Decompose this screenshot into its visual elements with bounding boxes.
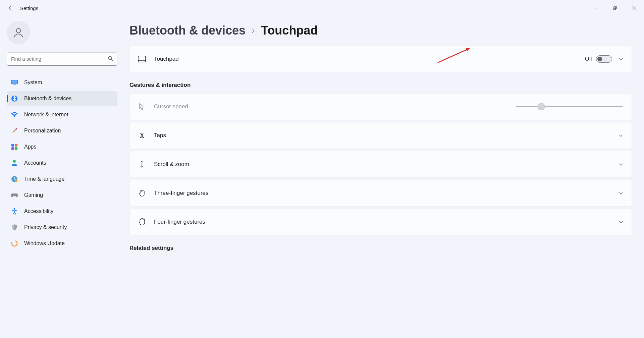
scroll-zoom-label: Scroll & zoom bbox=[154, 161, 618, 168]
svg-point-6 bbox=[108, 56, 112, 60]
chevron-right-icon bbox=[251, 26, 256, 35]
sidebar-item-time-language[interactable]: Time & language bbox=[7, 172, 117, 186]
sidebar-item-label: Personalization bbox=[24, 128, 61, 134]
hand-icon bbox=[137, 189, 147, 197]
scroll-icon bbox=[137, 160, 147, 168]
touchpad-card[interactable]: Touchpad Off bbox=[129, 46, 632, 72]
touchpad-icon bbox=[137, 56, 147, 62]
expand-chevron[interactable] bbox=[618, 133, 624, 138]
touchpad-label: Touchpad bbox=[154, 56, 585, 62]
sidebar-item-label: Time & language bbox=[24, 176, 64, 182]
monitor-icon bbox=[11, 79, 18, 86]
svg-point-5 bbox=[16, 29, 21, 33]
svg-point-27 bbox=[142, 163, 142, 164]
svg-rect-16 bbox=[11, 147, 14, 150]
expand-chevron[interactable] bbox=[618, 191, 624, 195]
svg-rect-17 bbox=[15, 147, 17, 150]
bluetooth-icon bbox=[11, 95, 18, 102]
search-input[interactable] bbox=[11, 56, 108, 62]
four-finger-label: Four-finger gestures bbox=[154, 219, 618, 225]
cursor-speed-label: Cursor speed bbox=[154, 103, 516, 110]
svg-point-18 bbox=[13, 160, 16, 163]
sidebar-item-accessibility[interactable]: Accessibility bbox=[7, 204, 117, 219]
minimize-button[interactable] bbox=[586, 1, 605, 15]
cursor-speed-slider[interactable] bbox=[516, 106, 623, 107]
close-button[interactable] bbox=[625, 1, 644, 15]
wifi-icon bbox=[11, 111, 18, 118]
sidebar-item-windows-update[interactable]: Windows Update bbox=[7, 236, 117, 251]
sidebar-item-label: Apps bbox=[24, 144, 36, 150]
svg-point-22 bbox=[12, 241, 17, 246]
sidebar-item-label: Accessibility bbox=[24, 208, 53, 214]
user-avatar[interactable] bbox=[7, 21, 30, 44]
cursor-speed-card: Cursor speed bbox=[129, 93, 632, 120]
breadcrumb: Bluetooth & devices Touchpad bbox=[129, 23, 632, 38]
search-box[interactable] bbox=[7, 52, 117, 66]
slider-thumb[interactable] bbox=[538, 103, 545, 110]
svg-point-20 bbox=[15, 179, 17, 182]
sidebar-item-privacy[interactable]: Privacy & security bbox=[7, 220, 117, 235]
sidebar-item-bluetooth-devices[interactable]: Bluetooth & devices bbox=[7, 91, 117, 106]
clock-globe-icon bbox=[11, 175, 18, 183]
sidebar-item-label: Network & internet bbox=[24, 112, 68, 118]
sidebar-item-label: Accounts bbox=[24, 160, 46, 166]
sidebar-item-label: Bluetooth & devices bbox=[24, 96, 71, 102]
sidebar-item-personalization[interactable]: Personalization bbox=[7, 123, 117, 138]
svg-rect-9 bbox=[12, 80, 17, 84]
hand-icon bbox=[137, 218, 147, 226]
three-finger-card[interactable]: Three-finger gestures bbox=[129, 180, 632, 207]
search-icon bbox=[108, 56, 113, 62]
person-icon bbox=[11, 159, 18, 167]
taps-label: Taps bbox=[154, 132, 618, 139]
svg-line-7 bbox=[111, 59, 113, 61]
toggle-state-text: Off bbox=[585, 56, 592, 62]
expand-chevron[interactable] bbox=[618, 220, 624, 224]
svg-rect-10 bbox=[13, 84, 16, 85]
three-finger-label: Three-finger gestures bbox=[154, 190, 618, 196]
breadcrumb-current: Touchpad bbox=[261, 23, 318, 38]
app-title: Settings bbox=[20, 5, 38, 11]
sidebar-item-system[interactable]: System bbox=[7, 75, 117, 90]
tap-icon bbox=[137, 132, 147, 139]
svg-point-28 bbox=[142, 164, 142, 165]
sidebar-item-label: Windows Update bbox=[24, 240, 65, 246]
cursor-icon bbox=[137, 103, 147, 110]
svg-point-29 bbox=[142, 165, 142, 166]
sidebar-item-label: Gaming bbox=[24, 192, 43, 198]
sidebar-item-network[interactable]: Network & internet bbox=[7, 107, 117, 122]
four-finger-card[interactable]: Four-finger gestures bbox=[129, 209, 632, 235]
back-button[interactable] bbox=[6, 4, 14, 12]
brush-icon bbox=[11, 127, 18, 134]
shield-icon bbox=[11, 224, 18, 231]
apps-icon bbox=[11, 143, 18, 151]
expand-chevron[interactable] bbox=[618, 162, 624, 167]
taps-card[interactable]: Taps bbox=[129, 122, 632, 149]
touchpad-toggle[interactable] bbox=[596, 55, 612, 63]
breadcrumb-parent[interactable]: Bluetooth & devices bbox=[129, 23, 246, 38]
sidebar-item-accounts[interactable]: Accounts bbox=[7, 156, 117, 170]
section-gestures-title: Gestures & interaction bbox=[129, 82, 632, 89]
expand-chevron[interactable] bbox=[618, 57, 624, 61]
svg-rect-14 bbox=[11, 144, 14, 147]
nav-list: System Bluetooth & devices Network & int… bbox=[7, 75, 117, 251]
svg-rect-15 bbox=[15, 144, 17, 147]
sidebar: System Bluetooth & devices Network & int… bbox=[0, 16, 121, 338]
section-related-title: Related settings bbox=[129, 245, 632, 251]
svg-rect-1 bbox=[613, 7, 616, 9]
sidebar-item-gaming[interactable]: Gaming bbox=[7, 188, 117, 203]
sidebar-item-apps[interactable]: Apps bbox=[7, 139, 117, 154]
svg-point-21 bbox=[14, 208, 15, 210]
maximize-button[interactable] bbox=[605, 1, 625, 15]
accessibility-icon bbox=[11, 208, 18, 215]
sidebar-item-label: System bbox=[24, 79, 42, 86]
svg-rect-23 bbox=[138, 56, 146, 62]
svg-rect-2 bbox=[614, 6, 616, 9]
gamepad-icon bbox=[11, 191, 18, 199]
scroll-zoom-card[interactable]: Scroll & zoom bbox=[129, 151, 632, 178]
svg-point-12 bbox=[14, 116, 15, 117]
main-content: Bluetooth & devices Touchpad Touchpad Of… bbox=[121, 16, 644, 338]
update-icon bbox=[11, 240, 18, 247]
person-icon bbox=[13, 27, 24, 38]
titlebar: Settings bbox=[0, 0, 644, 16]
sidebar-item-label: Privacy & security bbox=[24, 224, 67, 230]
